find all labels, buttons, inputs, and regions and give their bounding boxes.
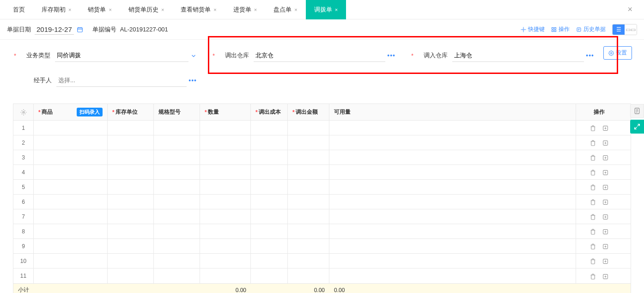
calendar-icon[interactable]	[77, 26, 83, 33]
tab-transfer[interactable]: 调拨单×	[306, 0, 346, 19]
cell-avail[interactable]	[329, 239, 576, 253]
cell-unit[interactable]	[108, 150, 154, 165]
cell-amt[interactable]	[288, 254, 329, 268]
cell-qty[interactable]	[200, 239, 251, 253]
delete-row-icon[interactable]	[590, 154, 596, 161]
cell-spec[interactable]	[154, 195, 200, 209]
cell-amt[interactable]	[288, 165, 329, 179]
cell-amt[interactable]	[288, 239, 329, 253]
cell-qty[interactable]	[200, 195, 251, 209]
cell-unit[interactable]	[108, 121, 154, 135]
add-row-icon[interactable]	[602, 139, 608, 146]
cell-amt[interactable]	[288, 180, 329, 194]
cell-qty[interactable]	[200, 165, 251, 179]
close-icon[interactable]: ×	[109, 7, 111, 12]
cell-qty[interactable]	[200, 121, 251, 135]
more-icon[interactable]: •••	[385, 52, 397, 59]
tab-sales-history[interactable]: 销货单历史×	[120, 0, 172, 19]
delete-row-icon[interactable]	[590, 183, 596, 190]
cell-avail[interactable]	[329, 135, 576, 150]
table-row[interactable]: 3	[13, 150, 631, 165]
history-button[interactable]: 历史单据	[576, 25, 606, 33]
tab-view-sales[interactable]: 查看销货单×	[172, 0, 225, 19]
cell-unit[interactable]	[108, 165, 154, 179]
cell-spec[interactable]	[154, 121, 200, 135]
delete-row-icon[interactable]	[590, 257, 596, 264]
add-row-icon[interactable]	[602, 169, 608, 176]
close-all-tabs-button[interactable]: ×	[620, 5, 639, 14]
cell-qty[interactable]	[200, 254, 251, 268]
cell-amt[interactable]	[288, 121, 329, 135]
tab-purchase[interactable]: 进货单×	[225, 0, 265, 19]
tab-inventory-init[interactable]: 库存期初×	[33, 0, 79, 19]
cell-avail[interactable]	[329, 121, 576, 135]
notes-icon[interactable]	[630, 104, 644, 118]
close-icon[interactable]: ×	[294, 7, 297, 12]
add-row-icon[interactable]	[602, 124, 608, 131]
close-icon[interactable]: ×	[254, 7, 257, 12]
cell-avail[interactable]	[329, 254, 576, 268]
table-row[interactable]: 9	[13, 239, 631, 254]
shortcut-button[interactable]: 快捷键	[521, 25, 545, 33]
cell-cost[interactable]	[251, 180, 288, 194]
table-row[interactable]: 8	[13, 224, 631, 239]
delete-row-icon[interactable]	[590, 243, 596, 250]
cell-avail[interactable]	[329, 195, 576, 209]
fullscreen-icon[interactable]	[630, 120, 644, 134]
close-icon[interactable]: ×	[213, 7, 216, 12]
out-warehouse-input[interactable]	[254, 49, 385, 62]
close-icon[interactable]: ×	[161, 7, 164, 12]
cell-spec[interactable]	[154, 165, 200, 179]
cell-cost[interactable]	[251, 239, 288, 253]
cell-amt[interactable]	[288, 209, 329, 224]
cell-avail[interactable]	[329, 224, 576, 238]
cell-qty[interactable]	[200, 224, 251, 238]
cell-product[interactable]	[34, 150, 108, 165]
delete-row-icon[interactable]	[590, 228, 596, 235]
cell-spec[interactable]	[154, 254, 200, 268]
cell-product[interactable]	[34, 180, 108, 194]
settings-button[interactable]: 设置	[603, 46, 632, 60]
cell-avail[interactable]	[329, 150, 576, 165]
cell-product[interactable]	[34, 135, 108, 150]
add-row-icon[interactable]	[602, 257, 608, 264]
cell-avail[interactable]	[329, 180, 576, 194]
table-row[interactable]: 4	[13, 165, 631, 180]
table-row[interactable]: 5	[13, 180, 631, 195]
cell-spec[interactable]	[154, 180, 200, 194]
cell-amt[interactable]	[288, 195, 329, 209]
view-list-icon[interactable]: ☰	[613, 24, 625, 35]
delete-row-icon[interactable]	[590, 124, 596, 131]
more-icon[interactable]: •••	[584, 52, 596, 59]
table-row[interactable]: 7	[13, 209, 631, 224]
cell-product[interactable]	[34, 254, 108, 268]
add-row-icon[interactable]	[602, 198, 608, 205]
cell-unit[interactable]	[108, 195, 154, 209]
cell-cost[interactable]	[251, 224, 288, 238]
cell-qty[interactable]	[200, 150, 251, 165]
delete-row-icon[interactable]	[590, 139, 596, 146]
cell-cost[interactable]	[251, 135, 288, 150]
delete-row-icon[interactable]	[590, 272, 596, 279]
cell-qty[interactable]	[200, 209, 251, 224]
cell-cost[interactable]	[251, 121, 288, 135]
cell-unit[interactable]	[108, 254, 154, 268]
tab-inventory-check[interactable]: 盘点单×	[265, 0, 305, 19]
cell-cost[interactable]	[251, 254, 288, 268]
table-row[interactable]: 6	[13, 195, 631, 209]
cell-product[interactable]	[34, 269, 108, 283]
add-row-icon[interactable]	[602, 213, 608, 220]
cell-qty[interactable]	[200, 269, 251, 283]
chevron-down-icon[interactable]	[188, 52, 199, 59]
add-row-icon[interactable]	[602, 272, 608, 279]
cell-spec[interactable]	[154, 239, 200, 253]
scan-input-button[interactable]: 扫码录入	[77, 108, 103, 116]
table-row[interactable]: 11	[13, 269, 631, 283]
cell-product[interactable]	[34, 195, 108, 209]
gear-icon[interactable]	[13, 104, 34, 120]
cell-unit[interactable]	[108, 180, 154, 194]
handler-input[interactable]	[56, 74, 187, 87]
cell-avail[interactable]	[329, 165, 576, 179]
cell-cost[interactable]	[251, 209, 288, 224]
cell-spec[interactable]	[154, 224, 200, 238]
